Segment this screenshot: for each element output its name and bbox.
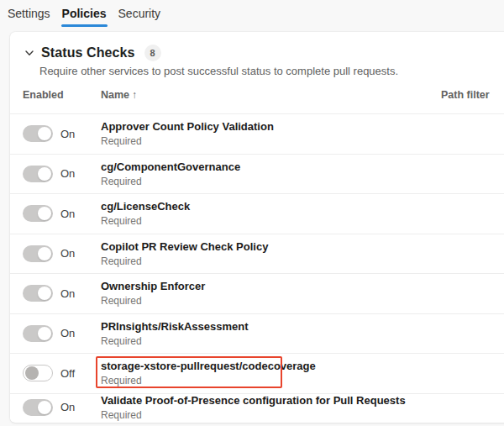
policy-name: storage-xstore-pullrequest/codecoverage	[101, 360, 504, 373]
status-checks-card: Status Checks 8 Require other services t…	[10, 32, 504, 423]
policy-name: Copilot PR Review Check Policy	[101, 240, 504, 254]
toggle-knob	[38, 167, 51, 181]
toggle-knob	[25, 366, 39, 380]
policy-requirement: Required	[101, 215, 504, 227]
count-badge: 8	[144, 45, 161, 61]
toggle-knob	[38, 401, 51, 414]
policy-row[interactable]: On cg/ComponentGovernance Required	[10, 154, 504, 194]
policy-requirement: Required	[101, 295, 504, 307]
branch-policies-page: Settings Policies Security Status Checks…	[0, 0, 504, 426]
policy-name: cg/LicenseCheck	[101, 200, 504, 213]
tabbar: Settings Policies Security	[7, 5, 161, 27]
policy-name: PRInsights/RiskAssessment	[101, 320, 504, 334]
toggle-state-label: On	[60, 167, 75, 180]
column-header-name[interactable]: Name↑	[101, 89, 441, 101]
tab-settings[interactable]: Settings	[7, 5, 51, 27]
policy-requirement: Required	[101, 409, 504, 421]
policy-row[interactable]: On Validate Proof-of-Presence configurat…	[10, 393, 504, 421]
toggle-knob	[38, 127, 51, 140]
policy-requirement: Required	[101, 176, 504, 187]
policy-toggle[interactable]	[23, 325, 53, 342]
chevron-down-icon[interactable]	[24, 47, 35, 59]
policy-row[interactable]: On PRInsights/RiskAssessment Required	[10, 313, 504, 354]
toggle-state-label: On	[60, 327, 75, 339]
policy-name: Approver Count Policy Validation	[101, 120, 504, 134]
column-header-path-filter: Path filter	[441, 89, 504, 101]
column-header-enabled: Enabled	[23, 89, 101, 101]
policy-toggle[interactable]	[23, 365, 53, 381]
toggle-knob	[38, 287, 51, 300]
tab-policies[interactable]: Policies	[61, 5, 108, 27]
policy-requirement: Required	[101, 135, 504, 147]
toggle-knob	[38, 327, 51, 340]
section-description: Require other services to post successfu…	[39, 64, 504, 78]
toggle-state-label: On	[60, 128, 75, 140]
policy-name: Ownership Enforcer	[101, 280, 504, 293]
toggle-state-label: On	[60, 247, 75, 260]
toggle-knob	[38, 247, 51, 260]
policy-requirement: Required	[101, 255, 504, 267]
policy-requirement: Required	[101, 375, 504, 387]
policy-toggle[interactable]	[23, 399, 53, 416]
toggle-knob	[38, 207, 51, 220]
policy-list: On Approver Count Policy Validation Requ…	[10, 113, 504, 421]
policy-row[interactable]: On cg/LicenseCheck Required	[10, 193, 504, 234]
sort-ascending-icon: ↑	[132, 89, 137, 101]
policy-toggle[interactable]	[23, 245, 53, 262]
policy-toggle[interactable]	[23, 125, 53, 142]
policy-toggle[interactable]	[23, 285, 53, 302]
column-headers: Enabled Name↑ Path filter	[10, 89, 504, 101]
policy-toggle[interactable]	[23, 166, 53, 182]
section-header: Status Checks 8	[10, 32, 504, 61]
policy-name: Validate Proof-of-Presence configuration…	[101, 394, 504, 408]
toggle-state-label: On	[60, 287, 75, 300]
policy-row[interactable]: On Ownership Enforcer Required	[10, 273, 504, 313]
tab-security[interactable]: Security	[118, 5, 162, 27]
policy-toggle[interactable]	[23, 205, 53, 222]
policy-requirement: Required	[101, 335, 504, 347]
toggle-state-label: Off	[60, 367, 75, 380]
toggle-state-label: On	[60, 208, 75, 220]
policy-row[interactable]: Off storage-xstore-pullrequest/codecover…	[10, 353, 504, 393]
toggle-state-label: On	[60, 401, 75, 413]
policy-name: cg/ComponentGovernance	[101, 160, 504, 174]
section-title: Status Checks	[41, 45, 135, 60]
policy-row[interactable]: On Approver Count Policy Validation Requ…	[10, 113, 504, 154]
policy-row[interactable]: On Copilot PR Review Check Policy Requir…	[10, 234, 504, 274]
